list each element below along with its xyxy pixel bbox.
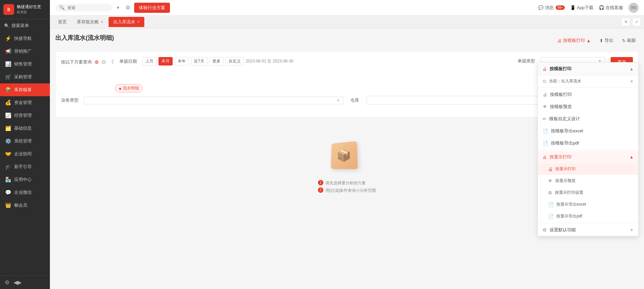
sidebar-search-menu[interactable]: 🔍 搜索菜单 — [0, 19, 50, 32]
dropdown-item-template-print[interactable]: 🖨 按模板打印 — [538, 88, 638, 101]
empty-tip-1: 1 请先选择要分析的方案 — [318, 180, 376, 187]
topbar-search-area[interactable]: 🔍 — [55, 4, 112, 11]
member-icon: 👑 — [5, 202, 11, 208]
main-area: 🔍 ▼ ⚙ 体验行业方案 💬 消息 99+ 📱 App下载 🎧 在线客服 — [50, 0, 644, 289]
expand-condition-icon[interactable]: 《 — [109, 58, 114, 65]
sidebar-item-member[interactable]: 👑 畅会员 — [0, 199, 50, 212]
template-design-icon: ✏ — [543, 116, 547, 122]
sidebar: b 畅捷通好生意 标准版 🔍 搜索菜单 ⚡ 快捷导航 📢 营销推广 📊 销售管理… — [0, 0, 50, 289]
tab-batch-close[interactable]: × — [101, 20, 103, 24]
template-print-icon: 🖨 — [543, 92, 547, 97]
sidebar-item-sales[interactable]: 📊 销售管理 — [0, 58, 50, 71]
current-template-arrow: ▼ — [630, 79, 634, 83]
print-header-icon: 🖨 — [543, 67, 547, 72]
date-btn-this-year[interactable]: 本年 — [175, 57, 189, 65]
sidebar-item-wechat[interactable]: 💬 企业微信 — [0, 186, 50, 199]
purchase-icon: 🛒 — [5, 74, 11, 80]
system-icon: ⚙️ — [5, 138, 11, 144]
sidebar-item-basic[interactable]: 🗂️ 基础信息 — [0, 122, 50, 135]
add-condition-icon[interactable]: ⊕ — [94, 59, 99, 65]
export-btn[interactable]: ⬆ 导出 — [597, 36, 616, 45]
basic-icon: 🗂️ — [5, 125, 11, 131]
date-btn-more[interactable]: 更多 — [209, 57, 224, 65]
appstore-icon: 🏪 — [5, 177, 11, 183]
empty-tip-2: 2 用[过滤]条件来缩小分析范围 — [318, 187, 376, 194]
empty-illustration: 📦 — [330, 142, 364, 176]
tab-batch[interactable]: 库存批次账 × — [72, 17, 108, 27]
page-content: 出入库流水(流水明细) 🖨 按模板打印 ▲ ⬆ 导出 ↻ 刷新 — [50, 28, 644, 289]
display-pdf-icon: 📄 — [548, 214, 554, 219]
tabbar-right: ✕ ⤢ — [622, 18, 641, 26]
template-print-btn[interactable]: 🖨 按模板打印 ▲ — [555, 36, 593, 45]
biz-type-group: 业务类型 ▼ — [61, 97, 344, 104]
date-group: 上月 本月 本年 近7天 更多 自定义 2023-06-01 至 2023-06… — [142, 57, 293, 65]
refresh-btn[interactable]: ↻ 刷新 — [619, 36, 639, 45]
sidebar-item-purchase[interactable]: 🛒 采购管理 — [0, 71, 50, 83]
inventory-icon: 📦 — [5, 87, 11, 93]
settings-condition-icon[interactable]: ⊙ — [101, 59, 106, 65]
dropdown-item-set-default[interactable]: ⚙ 设置默认功能 ▼ — [538, 224, 638, 236]
tab-close-all-btn[interactable]: ✕ — [622, 18, 630, 26]
warehouse-label: 仓库 — [350, 97, 364, 103]
sidebar-item-collab[interactable]: 🤝 企业协同 — [0, 148, 50, 160]
dropdown-header-arrow[interactable]: ▲ — [630, 67, 634, 71]
sidebar-item-appstore[interactable]: 🏪 应用中心 — [0, 173, 50, 186]
message-badge: 99+ — [556, 5, 565, 10]
sidebar-item-guide[interactable]: 🎓 新手引导 — [0, 160, 50, 173]
topbar-search-input[interactable] — [67, 5, 108, 10]
topbar: 🔍 ▼ ⚙ 体验行业方案 💬 消息 99+ 📱 App下载 🎧 在线客服 — [50, 0, 644, 16]
dropdown-item-template-pdf[interactable]: 📄 按模板导出pdf — [538, 137, 638, 149]
topbar-gear-icon[interactable]: ⚙ — [125, 4, 130, 11]
display-preview-icon: 👁 — [548, 178, 553, 184]
divider-3 — [538, 223, 638, 223]
settings-bottom-icon[interactable]: ⚙ — [5, 279, 9, 286]
logo-sub: 标准版 — [17, 10, 41, 15]
date-btn-last-month[interactable]: 上月 — [142, 57, 156, 65]
tab-home[interactable]: 首页 — [53, 17, 71, 27]
display-section-header[interactable]: 🖨 按显示打印 ▲ — [538, 151, 638, 163]
refresh-icon: ↻ — [622, 38, 626, 43]
sidebar-item-operation[interactable]: 📈 经营管理 — [0, 109, 50, 122]
tab-maximize-btn[interactable]: ⤢ — [633, 18, 641, 26]
set-default-icon: ⚙ — [543, 227, 547, 233]
set-default-arrow: ▼ — [630, 228, 634, 232]
message-btn[interactable]: 💬 消息 99+ — [538, 5, 565, 11]
print-dropdown-panel: 🖨 按模板打印 ▲ ⊙ 当前：出入库流水 ▼ 🖨 按模板打印 👁 — [537, 62, 639, 236]
current-template-item[interactable]: ⊙ 当前：出入库流水 ▼ — [538, 76, 638, 87]
user-avatar[interactable]: Rit — [628, 3, 639, 13]
dropdown-item-display-pdf[interactable]: 📄 按显示导出pdf — [538, 210, 638, 222]
sidebar-item-inventory[interactable]: 📦 库存核算 — [0, 83, 50, 96]
tab-flowdetail[interactable]: 出入库流水 × — [109, 17, 144, 27]
date-btn-this-month[interactable]: 本月 — [158, 57, 173, 65]
sidebar-item-quicknav[interactable]: ⚡ 快捷导航 — [0, 32, 50, 45]
dropdown-item-template-preview[interactable]: 👁 按模板预览 — [538, 101, 638, 113]
filter-tag-flowdetail[interactable]: ● 流水明细 — [115, 84, 143, 93]
divider-2 — [538, 150, 638, 150]
sidebar-item-marketing[interactable]: 📢 营销推广 — [0, 45, 50, 58]
display-header-icon: 🖨 — [543, 155, 547, 160]
sidebar-item-system[interactable]: ⚙️ 系统管理 — [0, 135, 50, 148]
dropdown-item-template-design[interactable]: ✏ 模板自定义设计 — [538, 113, 638, 125]
dropdown-item-display-settings[interactable]: ⚙ 按显示打印设置 — [538, 187, 638, 199]
dropdown-item-display-excel[interactable]: 📄 按显示导出excel — [538, 199, 638, 210]
sidebar-nav: ⚡ 快捷导航 📢 营销推广 📊 销售管理 🛒 采购管理 📦 库存核算 💰 资金管… — [0, 32, 50, 275]
topbar-right: 💬 消息 99+ 📱 App下载 🎧 在线客服 Rit — [538, 3, 639, 13]
dropdown-item-display-print[interactable]: 🖨 按显示打印 — [538, 163, 638, 175]
date-btn-7days[interactable]: 近7天 — [191, 57, 207, 65]
date-range: 2023-06-01 至 2023-06-30 — [246, 58, 293, 64]
sidebar-item-finance[interactable]: 💰 资金管理 — [0, 96, 50, 109]
tab-flowdetail-close[interactable]: × — [137, 20, 140, 24]
dropdown-arrow-icon: ▲ — [586, 38, 591, 43]
app-download-btn[interactable]: 📱 App下载 — [570, 5, 593, 11]
biz-type-select[interactable]: ▼ — [84, 97, 344, 104]
biz-type-arrow-icon: ▼ — [336, 99, 340, 102]
template-preview-icon: 👁 — [543, 104, 547, 109]
topbar-dropdown-arrow[interactable]: ▼ — [116, 5, 120, 10]
filter-tag-icon: ● — [119, 86, 121, 91]
trial-button[interactable]: 体验行业方案 — [134, 3, 170, 13]
online-service-btn[interactable]: 🎧 在线客服 — [599, 5, 623, 11]
date-btn-custom[interactable]: 自定义 — [226, 57, 244, 65]
dropdown-item-display-preview[interactable]: 👁 按显示预览 — [538, 175, 638, 187]
dropdown-item-template-excel[interactable]: 📄 按模板导出excel — [538, 125, 638, 137]
collapse-sidebar-icon[interactable]: ◀▶ — [13, 279, 22, 286]
